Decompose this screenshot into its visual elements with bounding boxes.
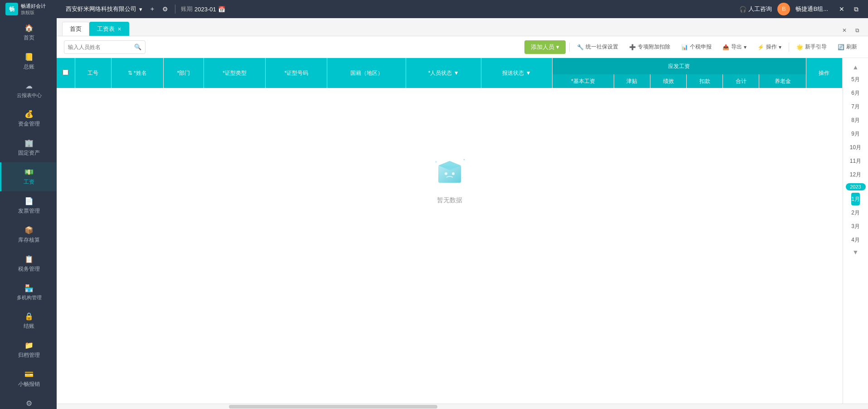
col-salary-group: 应发工资 bbox=[552, 58, 806, 74]
refresh-button[interactable]: 🔄 刷新 bbox=[834, 41, 861, 53]
toolbar-separator bbox=[569, 43, 570, 52]
empty-text: 暂无数据 bbox=[437, 196, 462, 204]
export-dropdown-icon: ▾ bbox=[744, 44, 747, 50]
year-nav-down-arrow[interactable]: ▼ bbox=[853, 247, 859, 258]
special-deduction-button[interactable]: ➕ 专项附加扣除 bbox=[626, 41, 674, 53]
add-person-button[interactable]: 添加人员 ▾ bbox=[524, 40, 566, 54]
sidebar-item-inventory[interactable]: 📦 库存核算 bbox=[0, 220, 57, 249]
headset-icon: 🎧 bbox=[739, 6, 747, 13]
close-period-icon: 🔒 bbox=[24, 312, 34, 321]
tab-salary-label: 工资表 bbox=[97, 25, 115, 33]
sidebar-label-salary: 工资 bbox=[24, 178, 34, 186]
guide-label: 新手引导 bbox=[805, 43, 827, 51]
tax-declaration-button[interactable]: 📊 个税申报 bbox=[678, 41, 715, 53]
sidebar-label-fixed: 固定资产 bbox=[18, 149, 40, 157]
guide-button[interactable]: 🌟 新手引导 bbox=[793, 41, 830, 53]
sort-icon-name: ⇅ bbox=[128, 70, 132, 76]
sidebar-item-fund[interactable]: 💰 资金管理 bbox=[0, 104, 57, 133]
sidebar-label-close: 结账 bbox=[24, 322, 34, 330]
expense-icon: 💳 bbox=[24, 370, 34, 379]
sidebar-item-cloud-report[interactable]: ☁ 云报表中心 bbox=[0, 76, 57, 104]
month-item-2023-2[interactable]: 2月 bbox=[851, 206, 860, 219]
cloud-icon: ☁ bbox=[25, 82, 33, 90]
archive-icon: 📁 bbox=[24, 341, 34, 350]
filter-icon-report[interactable]: ▼ bbox=[526, 70, 531, 76]
col-report-status: 报送状态 ▼ bbox=[481, 58, 553, 88]
bottom-scrollbar[interactable] bbox=[57, 404, 868, 409]
period-label: 账期 bbox=[181, 5, 193, 13]
month-item-2023-3[interactable]: 3月 bbox=[851, 220, 860, 233]
tax-decl-icon: 📊 bbox=[681, 44, 688, 50]
month-item-6[interactable]: 6月 bbox=[851, 87, 860, 99]
export-label: 导出 bbox=[731, 43, 742, 51]
tab-win-close-button[interactable]: ✕ bbox=[839, 25, 850, 36]
deduction-icon: ➕ bbox=[629, 44, 636, 50]
company-selector[interactable]: 西安虾米网络科技有限公司 ▾ bbox=[62, 3, 146, 15]
search-input[interactable] bbox=[68, 44, 131, 50]
header-divider bbox=[175, 5, 175, 14]
sidebar-label-fund: 资金管理 bbox=[18, 120, 40, 128]
calendar-icon[interactable]: 📅 bbox=[218, 6, 225, 13]
tab-win-maximize-button[interactable]: ⧉ bbox=[852, 25, 863, 36]
sidebar-item-tax[interactable]: 📋 税务管理 bbox=[0, 249, 57, 278]
sidebar-item-home[interactable]: 🏠 首页 bbox=[0, 18, 57, 47]
main-layout: 🏠 首页 📒 总账 ☁ 云报表中心 💰 资金管理 🏢 固定资产 💵 工资 📄 发… bbox=[0, 18, 868, 409]
sidebar-label-cloud: 云报表中心 bbox=[17, 92, 42, 99]
home-icon: 🏠 bbox=[24, 24, 34, 32]
deduction-label: 专项附加扣除 bbox=[638, 43, 670, 51]
social-security-icon: 🔧 bbox=[577, 44, 584, 50]
operations-button[interactable]: ⚡ 操作 ▾ bbox=[754, 41, 785, 53]
filter-icon-status[interactable]: ▼ bbox=[454, 70, 459, 76]
toolbar: 🔍 添加人员 ▾ 🔧 统一社保设置 ➕ 专项附加扣除 📊 个税申报 bbox=[57, 36, 868, 58]
month-item-7[interactable]: 7月 bbox=[851, 100, 860, 113]
empty-state: 暂无数据 bbox=[57, 88, 843, 269]
dropdown-arrow-icon: ▾ bbox=[139, 6, 142, 13]
avatar[interactable]: B bbox=[777, 3, 790, 15]
ledger-icon: 📒 bbox=[24, 53, 34, 61]
sidebar-item-settings[interactable]: ⚙ 基础设置 bbox=[0, 394, 57, 409]
month-item-12[interactable]: 12月 bbox=[850, 168, 861, 181]
service-button[interactable]: 🎧 人工咨询 bbox=[739, 5, 772, 13]
tab-home[interactable]: 首页 bbox=[62, 22, 89, 36]
export-button[interactable]: 📤 导出 ▾ bbox=[719, 41, 750, 53]
month-item-2023-1[interactable]: 1月 bbox=[851, 193, 860, 205]
sidebar-item-multi-org[interactable]: 🏪 多机构管理 bbox=[0, 278, 57, 307]
sidebar-item-salary[interactable]: 💵 工资 bbox=[0, 162, 57, 191]
logo-text: 畅通好会计 旗舰版 bbox=[21, 3, 46, 15]
sidebar-item-archive[interactable]: 📁 归档管理 bbox=[0, 336, 57, 365]
scroll-thumb[interactable] bbox=[229, 405, 437, 409]
svg-point-3 bbox=[452, 172, 455, 175]
month-item-11[interactable]: 11月 bbox=[850, 155, 861, 167]
month-item-10[interactable]: 10月 bbox=[850, 141, 861, 154]
sidebar-item-expense[interactable]: 💳 小畅报销 bbox=[0, 365, 57, 394]
toolbar-separator-2 bbox=[789, 43, 789, 52]
col-total: 合计 bbox=[723, 74, 759, 88]
month-item-5[interactable]: 5月 bbox=[851, 73, 860, 86]
tab-window-controls: ✕ ⧉ bbox=[839, 25, 863, 36]
sidebar-item-close[interactable]: 🔒 结账 bbox=[0, 307, 57, 336]
select-all-checkbox[interactable] bbox=[63, 69, 68, 75]
sidebar-item-ledger[interactable]: 📒 总账 bbox=[0, 47, 57, 76]
empty-illustration bbox=[432, 153, 468, 189]
month-item-8[interactable]: 8月 bbox=[851, 114, 860, 127]
month-item-9[interactable]: 9月 bbox=[851, 127, 860, 140]
add-company-button[interactable]: ＋ bbox=[146, 3, 159, 15]
period-value[interactable]: 2023-01 bbox=[194, 6, 216, 13]
search-icon[interactable]: 🔍 bbox=[134, 44, 141, 50]
month-item-2023-4[interactable]: 4月 bbox=[851, 234, 860, 246]
operations-label: 操作 bbox=[766, 43, 777, 51]
sidebar-item-fixed-assets[interactable]: 🏢 固定资产 bbox=[0, 133, 57, 162]
operations-dropdown-icon: ▾ bbox=[779, 44, 781, 50]
fund-icon: 💰 bbox=[24, 110, 34, 118]
tab-close-icon[interactable]: ✕ bbox=[117, 26, 121, 32]
maximize-window-button[interactable]: ⧉ bbox=[850, 3, 863, 15]
tab-salary-table[interactable]: 工资表 ✕ bbox=[89, 22, 129, 36]
tab-home-label: 首页 bbox=[70, 25, 82, 33]
year-2023-tag: 2023 bbox=[846, 183, 866, 190]
sidebar-item-invoice[interactable]: 📄 发票管理 bbox=[0, 191, 57, 220]
close-window-button[interactable]: ✕ bbox=[835, 3, 848, 15]
year-nav-up-arrow[interactable]: ▲ bbox=[853, 62, 859, 73]
settings-icon[interactable]: ⚙ bbox=[159, 3, 171, 15]
col-checkbox bbox=[57, 58, 75, 88]
social-security-button[interactable]: 🔧 统一社保设置 bbox=[573, 41, 622, 53]
